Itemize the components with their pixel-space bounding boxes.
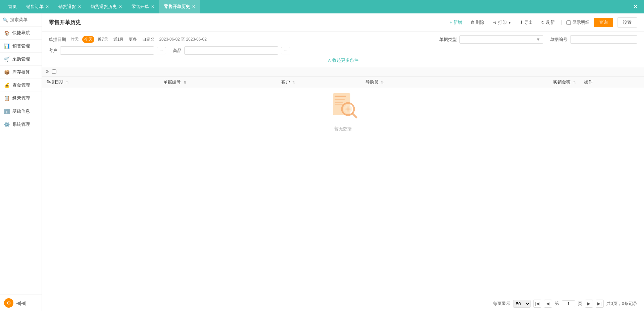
refresh-button[interactable]: ↻ 刷新 [539,18,557,27]
per-page-select[interactable]: 10 20 50 100 [513,300,531,308]
page-number-input[interactable]: 1 [562,300,575,307]
prev-page-button[interactable]: ◀ [544,300,552,308]
sort-salesperson-icon[interactable]: ⇅ [381,81,384,84]
filter-row-1: 单据日期 昨天 今天 近7天 近1月 更多 自定义 2023-06-02 至 2… [49,35,637,44]
show-detail-checkbox[interactable] [566,20,571,25]
table-toolbar: ⚙ [42,67,644,76]
date-shortcuts: 昨天 今天 近7天 近1月 更多 自定义 [69,36,156,43]
col-customer: 客户 ⇅ [277,76,361,88]
sidebar-item-finance[interactable]: 💰 资金管理 [0,79,42,92]
table-settings-icon[interactable]: ⚙ [45,69,49,74]
table-header-row: 单据日期 ⇅ 单据编号 ⇅ 客户 ⇅ [42,76,644,88]
data-table: 单据日期 ⇅ 单据编号 ⇅ 客户 ⇅ [42,76,644,88]
page-suffix: 页 [578,301,582,307]
pagination: 每页显示 10 20 50 100 |◀ ◀ 第 1 页 ▶ ▶| 共0页，0条… [42,296,644,311]
last-page-button[interactable]: ▶| [596,300,604,308]
print-arrow-icon: ▼ [508,21,511,24]
sidebar-item-purchase-mgmt[interactable]: 🛒 采购管理 [0,53,42,66]
sidebar-item-base-info-label: 基础信息 [12,108,30,114]
sort-amount-icon[interactable]: ⇅ [573,81,576,84]
shortcut-last1month[interactable]: 近1月 [111,36,126,43]
sidebar-item-system-label: 系统管理 [12,121,30,127]
tab-retail-open-history-close[interactable]: ✕ [192,4,195,9]
tab-retail-open-close[interactable]: ✕ [151,4,154,9]
show-detail-toggle[interactable]: 显示明细 [566,19,590,25]
next-page-button[interactable]: ▶ [585,300,593,308]
shortcut-custom[interactable]: 自定义 [140,36,156,43]
doc-type-label: 单据类型 [439,37,457,43]
sidebar-item-sales-mgmt[interactable]: 📊 销售管理 [0,40,42,53]
customer-ellipsis-button[interactable]: ··· [157,47,166,54]
col-amount: 实销金额 ⇅ [462,76,580,88]
total-label: 共0页，0条记录 [606,301,637,307]
col-num: 单据编号 ⇅ [159,76,277,88]
goods-filter-group: 商品 ··· [173,46,290,55]
sidebar-item-operations[interactable]: 📋 经营管理 [0,92,42,105]
sidebar-item-quick-nav-label: 快捷导航 [12,30,30,36]
shortcut-yesterday[interactable]: 昨天 [69,36,81,43]
empty-icon [326,88,360,122]
sidebar-item-finance-label: 资金管理 [12,82,30,88]
setting-button[interactable]: 设置 [617,17,637,28]
doc-type-select[interactable]: ▼ [459,35,543,44]
tab-sales-return[interactable]: 销货退货 ✕ [54,0,86,13]
print-button[interactable]: 🖨 打印 ▼ [490,18,513,27]
table-area: ⚙ 单据日期 ⇅ 单据编号 ⇅ [42,67,644,296]
tab-sales-return-close[interactable]: ✕ [78,4,81,9]
col-date: 单据日期 ⇅ [42,76,159,88]
goods-ellipsis-button[interactable]: ··· [281,47,290,54]
sidebar-item-quick-nav[interactable]: 🏠 快捷导航 [0,27,42,40]
collapse-conditions-button[interactable]: ∧ 收起更多条件 [49,57,637,63]
page-title: 零售开单历史 [49,19,81,26]
sort-date-icon[interactable]: ⇅ [66,81,69,84]
tab-sales-order[interactable]: 销售订单 ✕ [21,0,54,13]
sidebar-search-label: 搜索菜单 [10,17,28,23]
sidebar-item-operations-label: 经营管理 [12,95,30,101]
sidebar-item-base-info[interactable]: ℹ️ 基础信息 [0,105,42,118]
goods-input[interactable] [184,46,278,55]
tab-home[interactable]: 首页 [3,0,21,13]
settings-gear-button[interactable]: ⚙ [4,298,13,308]
select-all-checkbox[interactable] [52,69,56,74]
customer-filter-group: 客户 ··· [49,46,166,55]
date-filter-group: 单据日期 昨天 今天 近7天 近1月 更多 自定义 2023-06-02 至 2… [49,36,207,43]
tab-sales-order-close[interactable]: ✕ [46,4,49,9]
filter-row-2: 客户 ··· 商品 ··· [49,46,637,55]
customer-input[interactable] [60,46,154,55]
doc-type-filter-group: 单据类型 ▼ [439,35,543,44]
sidebar-collapse-button[interactable]: ◀◀ [16,299,26,307]
sort-num-icon[interactable]: ⇅ [184,81,186,84]
tab-sales-return-history[interactable]: 销货退货历史 ✕ [86,0,127,13]
sidebar-footer: ⚙ ◀◀ [0,295,42,311]
sidebar-item-inventory-label: 库存核算 [12,69,30,75]
shortcut-today[interactable]: 今天 [82,36,94,43]
doc-num-label: 单据编号 [550,37,567,43]
tab-retail-open[interactable]: 零售开单 ✕ [127,0,159,13]
customer-label: 客户 [49,48,57,54]
sidebar-item-system[interactable]: ⚙️ 系统管理 [0,118,42,131]
filter-area: 单据日期 昨天 今天 近7天 近1月 更多 自定义 2023-06-02 至 2… [42,32,644,67]
svg-line-7 [352,113,356,117]
query-button[interactable]: 查询 [594,18,613,27]
sidebar-search[interactable]: 🔍 搜索菜单 [0,13,42,27]
shortcut-last7days[interactable]: 近7天 [96,36,110,43]
first-page-button[interactable]: |◀ [533,300,541,308]
svg-rect-2 [335,99,345,100]
sort-customer-icon[interactable]: ⇅ [292,81,295,84]
doc-type-arrow-icon: ▼ [536,37,540,42]
finance-icon: 💰 [4,83,10,88]
window-close-button[interactable]: ✕ [630,4,641,10]
date-range-display: 2023-06-02 至 2023-06-02 [159,37,206,42]
shortcut-more[interactable]: 更多 [127,36,139,43]
content-area: 零售开单历史 + 新增 🗑 删除 🖨 打印 ▼ ⬇ 导出 ↻ 刷新 显示明细 查… [42,13,644,311]
sidebar-item-sales-mgmt-label: 销售管理 [12,43,30,49]
delete-button[interactable]: 🗑 删除 [468,18,487,27]
tab-sales-return-history-close[interactable]: ✕ [119,4,122,9]
doc-num-input[interactable] [570,35,637,44]
add-button[interactable]: + 新增 [447,18,464,27]
sidebar-item-inventory[interactable]: 📦 库存核算 [0,66,42,79]
sidebar-menu: 🏠 快捷导航 📊 销售管理 🛒 采购管理 📦 库存核算 💰 资金管理 📋 [0,27,42,295]
col-salesperson: 导购员 ⇅ [361,76,462,88]
tab-retail-open-history[interactable]: 零售开单历史 ✕ [159,0,200,13]
export-button[interactable]: ⬇ 导出 [517,18,535,27]
